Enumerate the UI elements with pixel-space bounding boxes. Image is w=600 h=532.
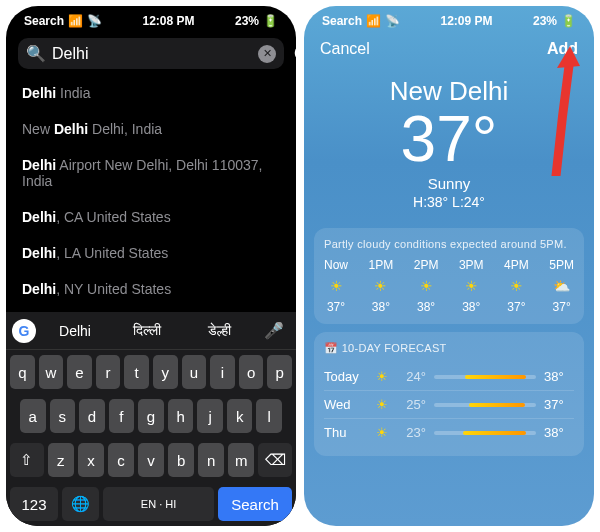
globe-key[interactable]: 🌐 (62, 487, 99, 521)
day-row: Wed☀25°37° (324, 390, 574, 418)
forecast-title: 📅 10-DAY FORECAST (324, 342, 574, 355)
back-label[interactable]: Search (322, 14, 362, 28)
key-q[interactable]: q (10, 355, 35, 389)
daily-card: 📅 10-DAY FORECAST Today☀24°38°Wed☀25°37°… (314, 332, 584, 456)
key-s[interactable]: s (50, 399, 76, 433)
signal-icon: 📶 (366, 14, 381, 28)
weather-screen: Search📶📡 12:09 PM 23%🔋 Cancel Add New De… (304, 6, 594, 526)
search-key[interactable]: Search (218, 487, 292, 521)
battery-icon: 🔋 (561, 14, 576, 28)
key-n[interactable]: n (198, 443, 224, 477)
hour-col: 2PM☀38° (414, 258, 439, 314)
key-y[interactable]: y (153, 355, 178, 389)
hour-col: Now☀37° (324, 258, 348, 314)
key-z[interactable]: z (48, 443, 74, 477)
temperature: 37° (314, 107, 584, 171)
summary-text: Partly cloudy conditions expected around… (324, 238, 574, 250)
hour-col: 3PM☀38° (459, 258, 484, 314)
key-g[interactable]: g (138, 399, 164, 433)
suggestion-row: G Delhi दिल्ली डेल्ही 🎤 (6, 312, 296, 350)
key-k[interactable]: k (227, 399, 253, 433)
key-⇧[interactable]: ⇧ (10, 443, 44, 477)
search-row: 🔍 ✕ Cancel (6, 32, 296, 75)
search-screen: Search📶📡 12:08 PM 23%🔋 🔍 ✕ Cancel Delhi … (6, 6, 296, 526)
result-item[interactable]: New Delhi Delhi, India (22, 111, 280, 147)
cancel-button[interactable]: Cancel (294, 45, 296, 63)
high-low: H:38° L:24° (314, 194, 584, 210)
hourly-card: Partly cloudy conditions expected around… (314, 228, 584, 324)
key-⌫[interactable]: ⌫ (258, 443, 292, 477)
back-label[interactable]: Search (24, 14, 64, 28)
space-key[interactable]: EN · HI (103, 487, 214, 521)
search-input[interactable] (52, 45, 252, 63)
clock: 12:08 PM (142, 14, 194, 28)
result-item[interactable]: Delhi India (22, 75, 280, 111)
google-icon[interactable]: G (12, 319, 36, 343)
key-j[interactable]: j (197, 399, 223, 433)
result-item[interactable]: Delhi, LA United States (22, 235, 280, 271)
key-m[interactable]: m (228, 443, 254, 477)
key-o[interactable]: o (239, 355, 264, 389)
key-e[interactable]: e (67, 355, 92, 389)
wifi-icon: 📡 (87, 14, 102, 28)
condition: Sunny (314, 175, 584, 192)
suggestion[interactable]: दिल्ली (114, 316, 180, 345)
search-box[interactable]: 🔍 ✕ (18, 38, 284, 69)
battery-pct: 23% (533, 14, 557, 28)
key-a[interactable]: a (20, 399, 46, 433)
battery-pct: 23% (235, 14, 259, 28)
key-u[interactable]: u (182, 355, 207, 389)
clear-icon[interactable]: ✕ (258, 45, 276, 63)
weather-main: New Delhi 37° Sunny H:38° L:24° (304, 66, 594, 220)
status-bar: Search📶📡 12:09 PM 23%🔋 (304, 6, 594, 32)
hour-col: 5PM⛅37° (549, 258, 574, 314)
result-item[interactable]: Delhi Airport New Delhi, Delhi 110037, I… (22, 147, 280, 199)
mic-icon[interactable]: 🎤 (258, 321, 290, 340)
suggestion[interactable]: Delhi (42, 317, 108, 345)
battery-icon: 🔋 (263, 14, 278, 28)
key-l[interactable]: l (256, 399, 282, 433)
key-v[interactable]: v (138, 443, 164, 477)
result-item[interactable]: Delhi, CA United States (22, 199, 280, 235)
add-button[interactable]: Add (547, 40, 578, 58)
hour-col: 1PM☀38° (369, 258, 394, 314)
day-row: Thu☀23°38° (324, 418, 574, 446)
day-row: Today☀24°38° (324, 363, 574, 390)
status-bar: Search📶📡 12:08 PM 23%🔋 (6, 6, 296, 32)
cancel-button[interactable]: Cancel (320, 40, 370, 58)
key-c[interactable]: c (108, 443, 134, 477)
keyboard: G Delhi दिल्ली डेल्ही 🎤 qwertyuiop asdfg… (6, 312, 296, 526)
key-f[interactable]: f (109, 399, 135, 433)
key-w[interactable]: w (39, 355, 64, 389)
key-i[interactable]: i (210, 355, 235, 389)
key-t[interactable]: t (124, 355, 149, 389)
top-row: Cancel Add (304, 32, 594, 66)
result-item[interactable]: Delhi, NY United States (22, 271, 280, 307)
num-key[interactable]: 123 (10, 487, 58, 521)
key-b[interactable]: b (168, 443, 194, 477)
key-p[interactable]: p (267, 355, 292, 389)
wifi-icon: 📡 (385, 14, 400, 28)
key-d[interactable]: d (79, 399, 105, 433)
key-h[interactable]: h (168, 399, 194, 433)
clock: 12:09 PM (440, 14, 492, 28)
hour-col: 4PM☀37° (504, 258, 529, 314)
signal-icon: 📶 (68, 14, 83, 28)
key-x[interactable]: x (78, 443, 104, 477)
search-icon: 🔍 (26, 44, 46, 63)
key-r[interactable]: r (96, 355, 121, 389)
suggestion[interactable]: डेल्ही (186, 316, 252, 345)
